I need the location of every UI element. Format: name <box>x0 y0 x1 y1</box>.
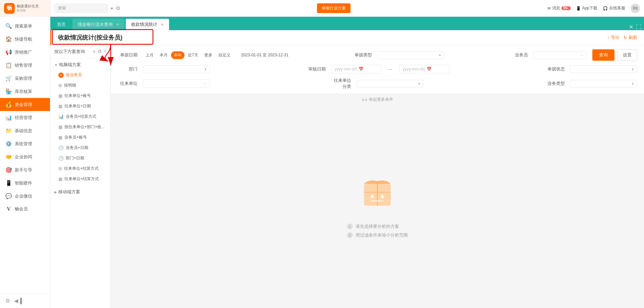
set-btn[interactable]: 设置 <box>617 49 637 61</box>
sidebar-item-inventory[interactable]: 🏪 库存核算 <box>0 85 50 98</box>
trial-btn[interactable]: 体验行业方案 <box>317 3 351 13</box>
schema-item-unit-settlement2[interactable]: ▦ 往来单位+结算方式 <box>50 174 110 184</box>
collapse-bar[interactable]: ∧∧ 收起更多条件 <box>111 94 644 105</box>
counter-party-cat-select[interactable]: ▾ <box>357 80 424 88</box>
schema-item-unit-settlement1[interactable]: ⊞ 往来单位+结算方式 <box>50 163 110 174</box>
date-tab-last7[interactable]: 近7天 <box>185 51 201 59</box>
schema-collapse-btn[interactable]: « <box>104 49 106 55</box>
content-area: 收款情况统计(按业务员) ↑ 导出 ↻ 刷新 按以下方案查询 + <box>50 30 644 308</box>
sidebar-item-marketing[interactable]: 📢 营销推广 <box>0 46 50 59</box>
query-btn[interactable]: 查询 <box>592 49 614 61</box>
sidebar-nav: 🔍 搜索菜单 🏠 快捷导航 📢 营销推广 📋 销售管理 🛒 采购管理 🏪 库存核… <box>0 17 50 293</box>
left-panel-title: 按以下方案查询 <box>54 49 85 55</box>
schema-item-unit-date[interactable]: ▦ 往来单位+日期 <box>50 101 110 111</box>
schema-group-desktop[interactable]: ▼ 电脑端方案 <box>50 60 110 70</box>
schema-section-desktop: ▼ 电脑端方案 ● 按业务员 ⊞ 按明细 ▦ 往来单位+账号 <box>50 58 110 186</box>
logo-badge: 标准版 <box>17 8 39 13</box>
topbar-gear-icon[interactable]: ⚙ <box>116 5 120 11</box>
sidebar-item-purchase[interactable]: 🛒 采购管理 <box>0 72 50 85</box>
enterprise-icon: 🤝 <box>5 154 12 160</box>
topbar-search: 搜索 <box>54 4 108 13</box>
tab-receipt-stat[interactable]: 收款情况统计 ✕ <box>126 19 169 30</box>
sidebar-settings-btn[interactable]: ⚙ <box>5 298 10 304</box>
date-tab-this-year[interactable]: 本年 <box>171 51 184 59</box>
sidebar-item-enterprise[interactable]: 🤝 企业协同 <box>0 150 50 163</box>
schema-item-salesman-account[interactable]: ▦ 业务员+账号 <box>50 132 110 143</box>
sidebar-item-guide[interactable]: 🎯 新手引导 <box>0 163 50 176</box>
refresh-btn[interactable]: ↻ 刷新 <box>624 35 637 41</box>
sidebar-item-wechat[interactable]: 💬 企业微信 <box>0 190 50 203</box>
schema-settings-btn[interactable]: ⚙ <box>98 49 102 55</box>
tab-bank-flow-close[interactable]: ✕ <box>116 22 119 27</box>
message-badge: 99+ <box>561 6 571 10</box>
refresh-icon: ↻ <box>624 35 627 40</box>
search-menu-icon: 🔍 <box>5 23 12 29</box>
topbar-right: ✉ 消息 99+ 📱 App下载 🎧 在线客服 Rit <box>547 4 640 13</box>
sidebar-item-search-menu[interactable]: 🔍 搜索菜单 <box>0 19 50 33</box>
message-btn[interactable]: ✉ 消息 99+ <box>547 5 571 11</box>
schema-item-salesman-settlement[interactable]: 📊 业务员+结算方式 <box>50 111 110 122</box>
salesman-select[interactable]: ··· <box>533 51 587 59</box>
schema-item-salesman-date[interactable]: 🕐 业务员+日期 <box>50 143 110 153</box>
dept-select[interactable]: ▾ <box>143 65 210 73</box>
schema-item-unit-dept-collect[interactable]: ▦ 按往来单位+部门+收... <box>50 122 110 132</box>
marketing-icon: 📢 <box>5 49 12 55</box>
date-tab-custom[interactable]: 自定义 <box>216 51 233 59</box>
app-download-btn[interactable]: 📱 App下载 <box>576 5 597 11</box>
schema-item-dept-date[interactable]: 🕐 部门+日期 <box>50 153 110 163</box>
topbar: 搜索 ▾ ⚙ 体验行业方案 ✉ 消息 99+ 📱 App下载 🎧 在线客服 Ri <box>50 0 644 17</box>
main-area: 搜索 ▾ ⚙ 体验行业方案 ✉ 消息 99+ 📱 App下载 🎧 在线客服 Ri <box>50 0 644 308</box>
counter-party-cat-chevron: ▾ <box>418 82 420 86</box>
filter-row-3: 往来单位 ··· 往来单位分类 ▾ 业务类型 <box>117 78 637 90</box>
tab-maximize-icon[interactable]: ⛶ <box>636 24 641 30</box>
date-range-text: 2023-01-01 至 2023-12-31 <box>241 52 288 58</box>
biz-type-select[interactable]: ▾ <box>570 80 637 88</box>
sidebar-item-basic[interactable]: 📁 基础信息 <box>0 124 50 137</box>
biz-type-label: 业务类型 <box>545 81 565 87</box>
sidebar-item-operation[interactable]: 📊 经营管理 <box>0 111 50 124</box>
audit-from-calendar-icon[interactable]: 📅 <box>359 67 364 71</box>
schema-item-unit-account[interactable]: ▦ 往来单位+账号 <box>50 91 110 101</box>
filter-row-1: 单据日期 上月 本月 本年 近7天 更多 自定义 2023-01-01 至 20… <box>117 49 637 61</box>
desktop-group-arrow: ▼ <box>54 63 58 67</box>
app-logo: 畅 畅捷通好生意 标准版 <box>0 0 50 17</box>
schema-group-mobile[interactable]: ▶ 移动端方案 <box>50 187 110 197</box>
right-content: 单据日期 上月 本月 本年 近7天 更多 自定义 2023-01-01 至 20… <box>111 45 644 308</box>
counter-party-dots[interactable]: ··· <box>203 81 206 86</box>
tab-receipt-stat-close[interactable]: ✕ <box>161 22 164 27</box>
audit-date-from[interactable]: yyyy-mm-dd 📅 <box>331 65 381 73</box>
date-tab-this-month[interactable]: 本月 <box>157 51 170 59</box>
schema-item-by-detail[interactable]: ⊞ 按明细 <box>50 80 110 91</box>
sidebar-bottom: ⚙ ◀▐ <box>0 293 50 308</box>
unit-account-icon: ▦ <box>58 93 62 98</box>
schema-item-by-salesman[interactable]: ● 按业务员 <box>50 70 110 80</box>
online-service-btn[interactable]: 🎧 在线客服 <box>603 5 625 11</box>
sidebar-item-system[interactable]: ⚙️ 系统管理 <box>0 137 50 150</box>
export-btn[interactable]: ↑ 导出 <box>607 35 620 41</box>
topbar-left: 搜索 ▾ ⚙ <box>54 4 120 13</box>
quick-nav-icon: 🏠 <box>5 36 12 42</box>
sidebar-item-quick-nav[interactable]: 🏠 快捷导航 <box>0 33 50 46</box>
topbar-dropdown-icon[interactable]: ▾ <box>111 6 113 11</box>
doc-type-select[interactable]: ▾ <box>377 51 444 59</box>
audit-date-dash: — <box>388 67 392 72</box>
date-tab-last-month[interactable]: 上月 <box>143 51 156 59</box>
add-schema-btn[interactable]: + <box>93 49 96 55</box>
sidebar-collapse-btn[interactable]: ◀▐ <box>14 298 22 304</box>
sidebar-item-finance[interactable]: 💰 资金管理 <box>0 98 50 111</box>
audit-to-calendar-icon[interactable]: 📅 <box>427 67 432 71</box>
sidebar-item-sales[interactable]: 📋 销售管理 <box>0 59 50 72</box>
tab-bank-flow[interactable]: 现金银行流水查询 ✕ <box>72 19 124 30</box>
user-avatar[interactable]: Rit <box>631 4 640 13</box>
tab-close-all-icon[interactable]: ✕ <box>629 24 633 30</box>
doc-status-select[interactable]: ▾ <box>570 65 637 73</box>
sidebar-item-member[interactable]: V 畅会员 <box>0 203 50 215</box>
svg-point-4 <box>381 195 384 198</box>
counter-party-select[interactable]: ··· <box>143 79 210 88</box>
salesman-date-icon: 🕐 <box>58 145 64 150</box>
sidebar-item-hardware[interactable]: 📱 智能硬件 <box>0 176 50 190</box>
date-tab-more[interactable]: 更多 <box>202 51 215 59</box>
tab-home[interactable]: 首页 <box>52 19 71 30</box>
audit-date-to[interactable]: yyyy-mm-dd 📅 <box>399 65 449 73</box>
unit-date-icon: ▦ <box>58 104 62 109</box>
